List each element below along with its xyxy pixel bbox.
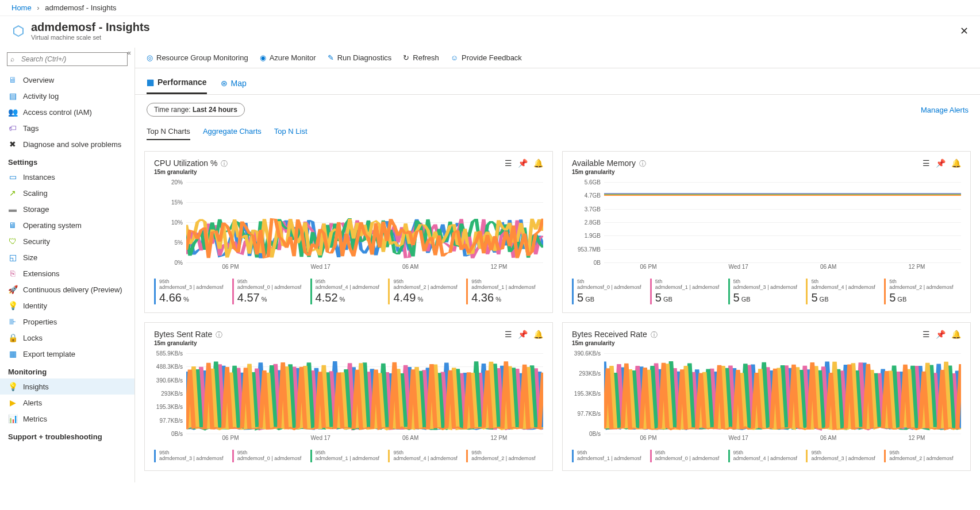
legend-item[interactable]: 95th admdemosf_2 | admdemosf [884,450,961,462]
sidebar-item-export-template[interactable]: ▦Export template [0,346,134,362]
legend-item[interactable]: 95th admdemosf_2 | admdemosf 4.49 % [388,279,465,304]
subtab-topn-list[interactable]: Top N List [274,125,308,140]
legend-item[interactable]: 5th admdemosf_2 | admdemosf 5 GB [884,279,961,304]
chart-plot[interactable]: 5.6GB4.7GB3.7GB2.8GB1.9GB953.7MB0B 06 PM… [572,182,961,274]
toolbar: ◎Resource Group Monitoring ◉Azure Monito… [135,48,980,68]
alert-icon[interactable]: 🔔 [533,159,543,168]
info-icon[interactable]: ⓘ [216,331,222,339]
sidebar-item-label: Instances [23,173,55,181]
nav-icon: ⎘ [8,269,17,278]
legend-item[interactable]: 5th admdemosf_0 | admdemosf 5 GB [572,279,649,304]
sidebar-item-activity-log[interactable]: ▤Activity log [0,88,134,104]
run-diagnostics-button[interactable]: ✎Run Diagnostics [328,53,392,62]
chart-plot[interactable]: 585.9KB/s488.3KB/s390.6KB/s293KB/s195.3K… [154,353,543,445]
chart-legend: 5th admdemosf_0 | admdemosf 5 GB 5th adm… [563,274,970,312]
grid-view-icon[interactable]: ☰ [923,330,930,339]
alert-icon[interactable]: 🔔 [951,159,961,168]
sidebar-item-size[interactable]: ◱Size [0,249,134,265]
legend-item[interactable]: 5th admdemosf_4 | admdemosf 5 GB [806,279,883,304]
subtab-topn-charts[interactable]: Top N Charts [147,125,190,140]
chart-title: Bytes Sent Rate ⓘ [154,330,222,340]
legend-item[interactable]: 95th admdemosf_1 | admdemosf [310,450,387,462]
time-range-picker[interactable]: Time range: Last 24 hours [147,103,245,117]
close-icon[interactable]: ✕ [960,25,969,37]
nav-icon: 🛡 [8,237,17,246]
legend-item[interactable]: 95th admdemosf_3 | admdemosf 4.66 % [154,279,231,304]
pin-icon[interactable]: 📌 [936,330,946,339]
collapse-icon[interactable]: « [127,49,131,57]
perf-icon: ▦ [147,78,154,87]
page-subtitle: Virtual machine scale set [31,34,150,41]
sidebar-item-label: Diagnose and solve problems [23,140,121,149]
nav-icon: 💡 [8,301,17,310]
chart-plot[interactable]: 20%15%10%5%0% 06 PMWed 1706 AM12 PM [154,182,543,274]
legend-item[interactable]: 95th admdemosf_4 | admdemosf [388,450,465,462]
sidebar-item-identity[interactable]: 💡Identity [0,298,134,314]
sidebar-item-scaling[interactable]: ↗Scaling [0,185,134,201]
sidebar-item-metrics[interactable]: 📊Metrics [0,411,134,427]
nav-icon: 👥 [8,107,17,117]
sidebar-item-label: Properties [23,318,57,326]
pin-icon[interactable]: 📌 [518,159,528,168]
nav-icon: ▬ [8,204,17,214]
tab-performance[interactable]: ▦Performance [147,74,207,94]
smile-icon: ☺ [451,53,458,62]
search-input[interactable] [7,52,128,66]
sidebar-item-properties[interactable]: ⊪Properties [0,314,134,330]
nav-icon: ▶ [8,398,17,407]
azure-monitor-button[interactable]: ◉Azure Monitor [260,53,316,62]
provide-feedback-button[interactable]: ☺Provide Feedback [451,53,522,62]
nav-icon: ⊪ [8,317,17,326]
manage-alerts-link[interactable]: Manage Alerts [921,106,969,114]
grid-view-icon[interactable]: ☰ [923,159,930,168]
legend-item[interactable]: 95th admdemosf_4 | admdemosf 4.52 % [310,279,387,304]
sidebar-item-storage[interactable]: ▬Storage [0,201,134,217]
refresh-button[interactable]: ↻Refresh [403,53,439,62]
legend-item[interactable]: 95th admdemosf_1 | admdemosf 4.36 % [466,279,543,304]
alert-icon[interactable]: 🔔 [533,330,543,339]
chevron-right-icon: › [37,3,39,12]
grid-view-icon[interactable]: ☰ [505,159,512,168]
sidebar-item-label: Access control (IAM) [23,108,92,117]
subtab-aggregate[interactable]: Aggregate Charts [203,125,262,140]
sidebar-item-operating-system[interactable]: 🖥Operating system [0,217,134,233]
chart-card: Bytes Received Rate ⓘ 15m granularity ☰ … [562,322,971,471]
legend-item[interactable]: 95th admdemosf_2 | admdemosf [466,450,543,462]
sidebar-item-insights[interactable]: 💡Insights [0,378,134,395]
chart-title: Available Memory ⓘ [572,159,646,169]
nav-icon: 💡 [8,382,17,391]
pin-icon[interactable]: 📌 [518,330,528,339]
breadcrumb-home[interactable]: Home [11,3,32,12]
grid-view-icon[interactable]: ☰ [505,330,512,339]
info-icon[interactable]: ⓘ [651,331,658,339]
sidebar-item-security[interactable]: 🛡Security [0,233,134,249]
tab-map[interactable]: ⊛Map [221,74,247,94]
sidebar-item-diagnose-and-solve-problems[interactable]: ✖Diagnose and solve problems [0,136,134,152]
chart-plot[interactable]: 390.6KB/s293KB/s195.3KB/s97.7KB/s0B/s 06… [572,353,961,445]
sidebar-item-locks[interactable]: 🔒Locks [0,330,134,346]
sidebar-item-overview[interactable]: 🖥Overview [0,72,134,88]
sidebar-item-access-control-iam-[interactable]: 👥Access control (IAM) [0,104,134,120]
legend-item[interactable]: 95th admdemosf_3 | admdemosf [154,450,231,462]
legend-item[interactable]: 95th admdemosf_4 | admdemosf [728,450,805,462]
sidebar-item-continuous-delivery-preview-[interactable]: 🚀Continuous delivery (Preview) [0,281,134,298]
sidebar-item-tags[interactable]: 🏷Tags [0,120,134,136]
legend-item[interactable]: 95th admdemosf_1 | admdemosf [572,450,649,462]
legend-item[interactable]: 5th admdemosf_1 | admdemosf 5 GB [650,279,727,304]
sidebar-item-label: Extensions [23,269,60,278]
legend-item[interactable]: 5th admdemosf_3 | admdemosf 5 GB [728,279,805,304]
sidebar-item-label: Activity log [23,92,59,101]
pin-icon[interactable]: 📌 [936,159,946,168]
sidebar-item-alerts[interactable]: ▶Alerts [0,395,134,411]
alert-icon[interactable]: 🔔 [951,330,961,339]
resource-group-monitoring-button[interactable]: ◎Resource Group Monitoring [147,53,248,62]
legend-item[interactable]: 95th admdemosf_0 | admdemosf [232,450,309,462]
sidebar-item-instances[interactable]: ▭Instances [0,169,134,185]
legend-item[interactable]: 95th admdemosf_3 | admdemosf [806,450,883,462]
sidebar-item-label: Operating system [23,221,82,230]
sidebar-item-extensions[interactable]: ⎘Extensions [0,265,134,281]
legend-item[interactable]: 95th admdemosf_0 | admdemosf [650,450,727,462]
info-icon[interactable]: ⓘ [221,160,228,168]
info-icon[interactable]: ⓘ [639,160,646,168]
legend-item[interactable]: 95th admdemosf_0 | admdemosf 4.57 % [232,279,309,304]
